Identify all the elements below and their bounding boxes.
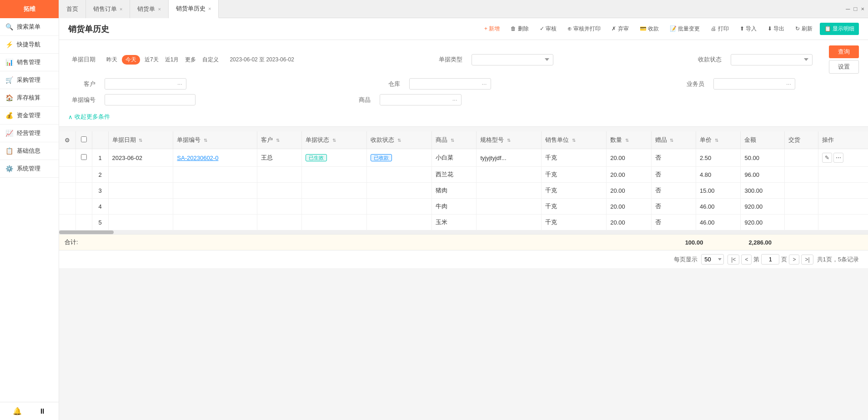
col-spec-type[interactable]: 规格型号 ⇅	[477, 131, 542, 149]
tab-sales-goods[interactable]: 销货单 ×	[130, 0, 168, 18]
goods-dots[interactable]: ···	[451, 96, 459, 103]
row-spec-type: tyjyjtyjdf...	[477, 149, 542, 167]
print-button[interactable]: 🖨 打印	[707, 23, 732, 35]
tab-close-sales-goods[interactable]: ×	[158, 6, 161, 12]
sidebar-item-inventory-calc[interactable]: 🏠 库存核算	[0, 89, 59, 107]
prev-page-btn[interactable]: <	[741, 255, 752, 265]
per-page-select[interactable]: 50 20 100 200	[701, 254, 724, 265]
audit-print-button[interactable]: ⊕ 审核并打印	[564, 23, 604, 35]
next-page-btn[interactable]: >	[789, 255, 799, 265]
window-close-btn[interactable]: ×	[861, 5, 864, 12]
refresh-button[interactable]: ↻ 刷新	[792, 23, 816, 35]
date-shortcut-1month[interactable]: 近1月	[163, 55, 181, 65]
col-goods[interactable]: 商品 ⇅	[432, 131, 477, 149]
tab-home[interactable]: 首页	[59, 0, 86, 18]
last-page-btn[interactable]: >|	[801, 255, 813, 265]
horizontal-scrollbar[interactable]	[59, 230, 868, 234]
batch-change-button[interactable]: 📝 批量变更	[666, 23, 703, 35]
col-doc-status[interactable]: 单据状态 ⇅	[302, 131, 367, 149]
window-minimize-btn[interactable]: ─	[846, 5, 850, 12]
doc-no-link[interactable]: SA-20230602-0	[177, 155, 218, 161]
abandon-button[interactable]: ✗ 弃审	[608, 23, 632, 35]
staff-dots[interactable]: ···	[784, 80, 793, 87]
sidebar-item-search-menu[interactable]: 🔍 搜索菜单	[0, 18, 59, 36]
goods-input[interactable]	[380, 95, 451, 105]
audit-button[interactable]: ✓ 审核	[536, 23, 560, 35]
warehouse-dots[interactable]: ···	[480, 80, 489, 87]
import-button[interactable]: ⬆ 导入	[736, 23, 760, 35]
select-all-checkbox[interactable]	[81, 136, 87, 142]
date-shortcut-7days[interactable]: 近7天	[143, 55, 161, 65]
row-checkbox-cell[interactable]	[75, 183, 92, 199]
col-doc-date[interactable]: 单据日期 ⇅	[108, 131, 173, 149]
date-shortcut-yesterday[interactable]: 昨天	[105, 55, 119, 65]
export-button[interactable]: ⬇ 导出	[764, 23, 788, 35]
tab-close-sales-order[interactable]: ×	[120, 6, 122, 12]
tab-close-sales-history[interactable]: ×	[208, 6, 211, 11]
scroll-thumb[interactable]	[59, 230, 114, 234]
collect-status-select[interactable]	[731, 54, 813, 65]
row-checkbox-cell[interactable]	[75, 199, 92, 215]
pause-icon[interactable]: ⏸	[39, 407, 46, 415]
sort-qty-icon[interactable]: ⇅	[625, 138, 629, 143]
doc-type-select[interactable]	[472, 54, 553, 65]
sort-unit-icon[interactable]: ⇅	[572, 138, 576, 143]
col-sales-unit[interactable]: 销售单位 ⇅	[542, 131, 607, 149]
delete-button[interactable]: 🗑 删除	[507, 23, 532, 35]
sidebar-item-purchase-mgmt[interactable]: 🛒 采购管理	[0, 71, 59, 89]
date-shortcut-today[interactable]: 今天	[122, 55, 140, 65]
notification-icon[interactable]: 🔔	[13, 407, 22, 415]
sort-goods-icon[interactable]: ⇅	[451, 138, 454, 143]
window-maximize-btn[interactable]: □	[854, 5, 858, 12]
doc-type-label: 单据类型	[435, 55, 462, 64]
sidebar-item-sys-mgmt[interactable]: ⚙️ 系统管理	[0, 160, 59, 178]
sort-doc-date-icon[interactable]: ⇅	[139, 138, 142, 143]
sort-customer-icon[interactable]: ⇅	[276, 138, 280, 143]
tab-sales-history[interactable]: 销货单历史 ×	[169, 0, 219, 18]
col-amount[interactable]: 金额	[741, 131, 785, 149]
query-button[interactable]: 查询	[829, 45, 859, 58]
doc-no-input[interactable]	[105, 94, 196, 105]
sort-collect-status-icon[interactable]: ⇅	[397, 138, 401, 143]
row-checkbox-cell[interactable]	[75, 215, 92, 230]
collapse-button[interactable]: ∧ 收起更多条件	[68, 110, 859, 121]
collect-button[interactable]: 💳 收款	[636, 23, 662, 35]
display-detail-button[interactable]: 📋 显示明细	[820, 23, 859, 35]
tab-sales-order[interactable]: 销售订单 ×	[86, 0, 130, 18]
sidebar-item-quick-nav[interactable]: ⚡ 快捷导航	[0, 36, 59, 54]
sort-doc-status-icon[interactable]: ⇅	[332, 138, 336, 143]
row-collect-status	[367, 215, 432, 230]
col-qty[interactable]: 数量 ⇅	[607, 131, 651, 149]
collapse-row: ∧ 收起更多条件	[68, 110, 859, 121]
row-checkbox-cell[interactable]	[75, 149, 92, 167]
sidebar-item-basic-info[interactable]: 📋 基础信息	[0, 142, 59, 160]
sidebar-item-sales-mgmt[interactable]: 📊 销售管理	[0, 54, 59, 71]
sidebar-item-fund-mgmt[interactable]: 💰 资金管理	[0, 107, 59, 125]
customer-dots[interactable]: ···	[176, 80, 184, 87]
edit-btn[interactable]: ✎	[822, 153, 832, 163]
customer-input[interactable]	[105, 79, 176, 89]
row-checkbox[interactable]	[81, 154, 87, 160]
col-settings[interactable]: ⚙	[59, 131, 75, 149]
more-btn[interactable]: ⋯	[833, 153, 843, 163]
page-num-input[interactable]	[761, 254, 779, 265]
sort-gift-icon[interactable]: ⇅	[670, 138, 673, 143]
settings-button[interactable]: 设置	[829, 60, 859, 74]
col-customer[interactable]: 客户 ⇅	[257, 131, 301, 149]
new-button[interactable]: + 新增	[481, 23, 503, 35]
col-doc-no[interactable]: 单据编号 ⇅	[173, 131, 257, 149]
col-unit-price[interactable]: 单价 ⇅	[696, 131, 741, 149]
col-collect-status[interactable]: 收款状态 ⇅	[367, 131, 432, 149]
sort-doc-no-icon[interactable]: ⇅	[204, 138, 207, 143]
row-checkbox-cell[interactable]	[75, 167, 92, 183]
date-shortcut-more[interactable]: 更多	[183, 55, 198, 65]
date-shortcut-custom[interactable]: 自定义	[201, 55, 221, 65]
warehouse-input[interactable]	[410, 79, 480, 89]
row-qty: 20.00	[607, 167, 651, 183]
sort-price-icon[interactable]: ⇅	[715, 138, 718, 143]
staff-input[interactable]	[714, 79, 784, 89]
col-gift[interactable]: 赠品 ⇅	[651, 131, 696, 149]
first-page-btn[interactable]: |<	[728, 255, 739, 265]
sidebar-item-ops-mgmt[interactable]: 📈 经营管理	[0, 125, 59, 142]
sort-spec-icon[interactable]: ⇅	[507, 138, 511, 143]
